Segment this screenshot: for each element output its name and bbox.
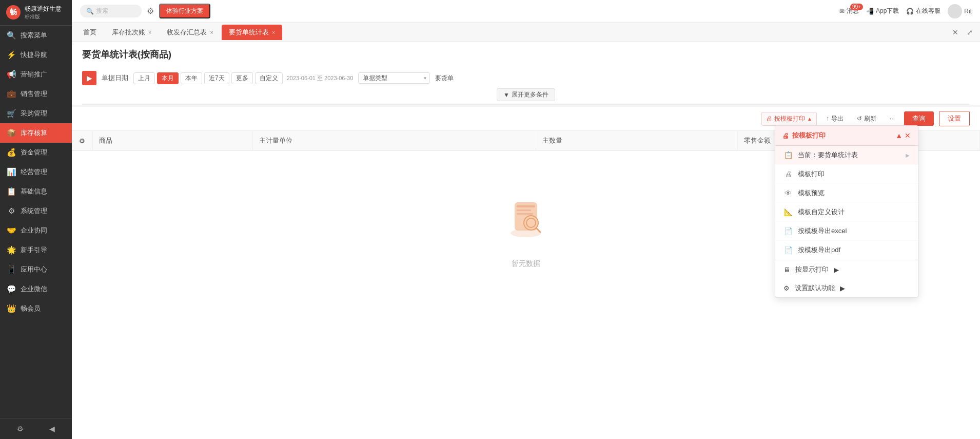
print-dropdown-up-btn[interactable]: ▲ bbox=[895, 131, 903, 140]
service-icon: 🎧 bbox=[906, 8, 914, 15]
tab-order-stats-close[interactable]: × bbox=[272, 29, 275, 35]
operations-icon: 📊 bbox=[6, 167, 16, 177]
page-area: 要货单统计表(按商品) ▶ 单据日期 上月 本月 本年 近7天 更多 自定 bbox=[72, 42, 980, 439]
topbar-search-icon: 🔍 bbox=[86, 8, 94, 15]
custom-date-btn[interactable]: 自定义 bbox=[255, 72, 283, 84]
expand-more-btn[interactable]: ▼ 展开更多条件 bbox=[497, 88, 555, 101]
print-dropdown-menu: 🖨 按模板打印 ▲ ✕ 📋 当前：要货单统计表 ▶ bbox=[775, 125, 918, 298]
export-icon: ↑ bbox=[826, 115, 829, 122]
sidebar-item-marketing[interactable]: 📢 营销推广 bbox=[0, 65, 72, 84]
export-btn[interactable]: ↑ 导出 bbox=[822, 112, 848, 125]
default-setting-item[interactable]: ⚙ 设置默认功能 ▶ bbox=[775, 279, 918, 297]
topbar-search[interactable]: 🔍 搜索 bbox=[80, 5, 142, 17]
print-template-btn[interactable]: 🖨 按模板打印 ▲ bbox=[761, 112, 817, 126]
sidebar-item-inventory[interactable]: 📦 库存核算 bbox=[0, 123, 72, 143]
sidebar-item-sales[interactable]: 💼 销售管理 bbox=[0, 84, 72, 104]
chevron-right-icon: ▶ bbox=[906, 152, 910, 158]
topbar-gear-icon[interactable]: ⚙ bbox=[147, 6, 154, 16]
eye-icon: 👁 bbox=[783, 189, 793, 197]
settings-bottom-btn[interactable]: ⚙ bbox=[15, 423, 26, 435]
tab-receipt-summary-close[interactable]: × bbox=[210, 29, 213, 35]
date-filter-label: 单据日期 bbox=[102, 73, 128, 83]
sidebar-item-appstore[interactable]: 📱 应用中心 bbox=[0, 260, 72, 279]
sidebar-item-basic[interactable]: 📋 基础信息 bbox=[0, 182, 72, 201]
more-date-btn[interactable]: 更多 bbox=[231, 72, 253, 84]
tab-close-all-btn[interactable]: ✕ bbox=[949, 26, 962, 39]
print-dropdown-section: 🖥 按显示打印 ▶ ⚙ 设置默认功能 ▶ bbox=[775, 260, 918, 297]
sidebar-item-collab[interactable]: 🤝 企业协同 bbox=[0, 221, 72, 240]
more-btn[interactable]: ··· bbox=[886, 113, 899, 124]
col-settings[interactable]: ⚙ bbox=[72, 131, 92, 151]
user-avatar-area[interactable]: Rit bbox=[948, 4, 972, 18]
query-button[interactable]: 查询 bbox=[904, 111, 934, 126]
sidebar-item-member[interactable]: 👑 畅会员 bbox=[0, 299, 72, 318]
sidebar-item-guide[interactable]: 🌟 新手引导 bbox=[0, 240, 72, 260]
sidebar-item-purchase[interactable]: 🛒 采购管理 bbox=[0, 104, 72, 123]
online-service-button[interactable]: 🎧 在线客服 bbox=[906, 7, 940, 15]
flash-icon: ⚡ bbox=[6, 50, 16, 60]
sidebar-item-wechat[interactable]: 💬 企业微信 bbox=[0, 279, 72, 299]
avatar bbox=[948, 4, 962, 18]
prev-month-btn[interactable]: 上月 bbox=[133, 72, 155, 84]
sidebar-item-operations[interactable]: 📊 经营管理 bbox=[0, 162, 72, 182]
marketing-icon: 📢 bbox=[6, 70, 16, 79]
custom-design-item[interactable]: 📐 模板自定义设计 bbox=[775, 203, 918, 222]
app-logo[interactable]: 畅 畅康通好生意 标准版 bbox=[0, 0, 72, 26]
svg-rect-3 bbox=[517, 209, 531, 211]
tab-inventory-batch-close[interactable]: × bbox=[148, 29, 151, 35]
sidebar-item-finance[interactable]: 💰 资金管理 bbox=[0, 143, 72, 162]
tab-expand-btn[interactable]: ⤢ bbox=[964, 26, 976, 39]
empty-state-icon bbox=[500, 192, 552, 253]
system-icon: ⚙ bbox=[6, 206, 16, 216]
tabs-right-controls: ✕ ⤢ bbox=[949, 26, 976, 39]
filter-expand-toggle[interactable]: ▶ bbox=[82, 71, 96, 85]
logo-text: 畅康通好生意 标准版 bbox=[25, 5, 62, 20]
topbar-icons: ✉ 消息 99+ 📲 App下载 🎧 在线客服 Rit bbox=[839, 4, 972, 18]
template-icon: 📋 bbox=[783, 151, 793, 159]
default-setting-arrow: ▶ bbox=[840, 284, 845, 292]
app-download-button[interactable]: 📲 App下载 bbox=[866, 7, 899, 15]
finance-icon: 💰 bbox=[6, 148, 16, 157]
inventory-icon: 📦 bbox=[6, 128, 16, 138]
tab-inventory-batch[interactable]: 库存批次账 × bbox=[105, 25, 159, 40]
svg-rect-2 bbox=[517, 205, 535, 207]
sound-btn[interactable]: ◀ bbox=[47, 423, 57, 435]
promo-button[interactable]: 体验行业方案 bbox=[159, 4, 210, 18]
sidebar-item-search[interactable]: 🔍 搜索菜单 bbox=[0, 26, 72, 45]
print-dropdown-controls: ▲ ✕ bbox=[895, 131, 911, 140]
print-icon: 🖨 bbox=[783, 170, 793, 178]
export-excel-item[interactable]: 📄 按模板导出excel bbox=[775, 222, 918, 241]
main-content: 🔍 搜索 ⚙ 体验行业方案 ✉ 消息 99+ 📲 App下载 🎧 在线客服 Ri… bbox=[72, 0, 980, 439]
tab-receipt-summary[interactable]: 收发存汇总表 × bbox=[160, 25, 220, 40]
print-template-item[interactable]: 🖨 模板打印 bbox=[775, 165, 918, 184]
preview-template-item[interactable]: 👁 模板预览 bbox=[775, 184, 918, 203]
last-7-days-btn[interactable]: 近7天 bbox=[204, 72, 229, 84]
settings-button[interactable]: 设置 bbox=[939, 111, 970, 126]
display-print-arrow: ▶ bbox=[834, 266, 839, 274]
order-type-select-wrapper[interactable]: 单据类型 全部 要货单 bbox=[358, 72, 430, 84]
sales-icon: 💼 bbox=[6, 89, 16, 99]
tab-home[interactable]: 首页 bbox=[76, 25, 104, 40]
current-month-btn[interactable]: 本月 bbox=[157, 72, 179, 84]
current-template-item[interactable]: 📋 当前：要货单统计表 ▶ bbox=[775, 146, 918, 165]
message-button[interactable]: ✉ 消息 99+ bbox=[839, 7, 859, 15]
member-icon: 👑 bbox=[6, 304, 16, 313]
print-dropdown-close-btn[interactable]: ✕ bbox=[905, 131, 911, 140]
purchase-icon: 🛒 bbox=[6, 109, 16, 118]
tab-order-stats[interactable]: 要货单统计表 × bbox=[222, 25, 282, 40]
default-setting-icon: ⚙ bbox=[783, 284, 790, 292]
refresh-btn[interactable]: ↺ 刷新 bbox=[853, 112, 880, 125]
expand-more-row: ▼ 展开更多条件 bbox=[82, 85, 970, 104]
sidebar-item-system[interactable]: ⚙ 系统管理 bbox=[0, 201, 72, 221]
current-year-btn[interactable]: 本年 bbox=[181, 72, 202, 84]
logo-icon: 畅 bbox=[6, 5, 21, 20]
message-badge: 99+ bbox=[850, 4, 863, 10]
export-pdf-item[interactable]: 📄 按模板导出pdf bbox=[775, 241, 918, 260]
order-type-select[interactable]: 单据类型 全部 要货单 bbox=[358, 72, 430, 84]
sidebar-item-shortcut[interactable]: ⚡ 快捷导航 bbox=[0, 45, 72, 65]
display-print-item[interactable]: 🖥 按显示打印 ▶ bbox=[775, 260, 918, 279]
search-icon: 🔍 bbox=[6, 31, 16, 40]
date-buttons: 上月 本月 本年 近7天 更多 自定义 2023-06-01 至 2023-06… bbox=[133, 72, 353, 84]
topbar: 🔍 搜索 ⚙ 体验行业方案 ✉ 消息 99+ 📲 App下载 🎧 在线客服 Ri… bbox=[72, 0, 980, 23]
col-unit: 主计量单位 bbox=[253, 131, 536, 151]
